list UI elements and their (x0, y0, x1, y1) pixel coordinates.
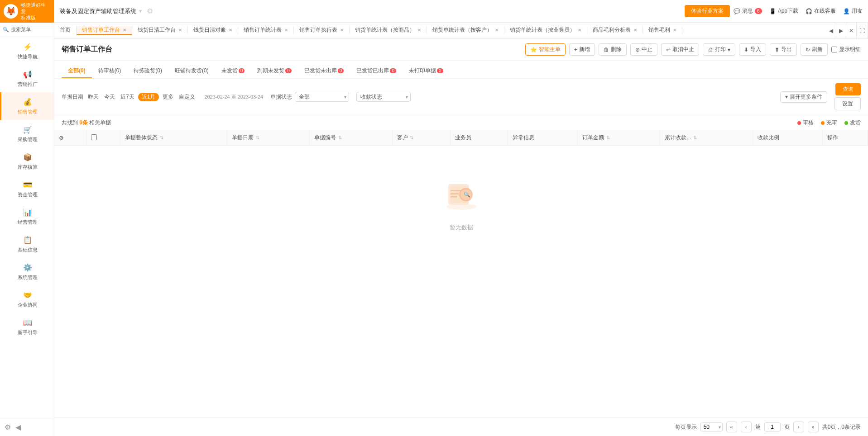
date-opt-更多[interactable]: 更多 (161, 92, 175, 102)
tab-sales-sum-customer[interactable]: 销货单统计表（按客户）✕ (427, 26, 504, 34)
col-header-number[interactable]: 单据编号 ⇅ (310, 130, 392, 146)
tab-fullscreen[interactable]: ⛶ (857, 23, 868, 38)
sub-tab-overdue-deliver[interactable]: 到期未发货0 (251, 64, 298, 78)
sidebar-item-marketing[interactable]: 📢 营销推广 (0, 65, 54, 92)
tab-cash-daily[interactable]: 钱货日清工作台✕ (132, 26, 188, 34)
sub-tab-not-delivered[interactable]: 未发货0 (215, 64, 251, 78)
first-page-button[interactable]: « (726, 422, 737, 432)
sidebar-search[interactable]: 🔍 搜索菜单 (0, 23, 54, 37)
filter-btns: 查询 设置 (834, 83, 861, 110)
nav-icon-operations: 📊 (23, 207, 33, 217)
set-button[interactable]: 设置 (834, 97, 861, 110)
user-action[interactable]: 👤 用友 (843, 7, 863, 15)
cancel-stop-button[interactable]: ↩ 取消中止 (661, 43, 699, 56)
show-detail-checkbox[interactable] (831, 47, 837, 52)
date-opt-昨天[interactable]: 昨天 (86, 92, 101, 102)
tab-sales-profit[interactable]: 销售毛利✕ (643, 26, 682, 34)
tab-sales-sum-product[interactable]: 销货单统计表（按商品）✕ (350, 26, 427, 34)
prev-page-button[interactable]: ‹ (741, 422, 752, 432)
settings-col-icon[interactable]: ⚙ (59, 135, 64, 141)
stats-action-cancel-audit[interactable]: 充审 (821, 119, 837, 127)
tab-close-sales-stat[interactable]: ✕ (284, 28, 288, 33)
page-number-input[interactable] (764, 422, 781, 431)
sidebar-item-sales[interactable]: 💰 销售管理 (0, 92, 54, 120)
refresh-button[interactable]: ↻ 刷新 (801, 43, 828, 56)
message-action[interactable]: 💬 消息 6 (734, 7, 762, 15)
collapse-icon[interactable]: ◀ (15, 423, 21, 431)
tab-sales-exec[interactable]: 销售订单执行表✕ (294, 26, 350, 34)
date-opt-今天[interactable]: 今天 (102, 92, 117, 102)
tab-close-cash-reconcile[interactable]: ✕ (229, 28, 232, 33)
export-button[interactable]: ⬆ 导出 (770, 43, 797, 56)
settings-gear-icon[interactable]: ⚙ (147, 7, 153, 15)
tab-sales-order[interactable]: 销售订单工作台✕ (77, 26, 132, 35)
tab-close-sales-exec[interactable]: ✕ (340, 28, 344, 33)
sidebar-item-operations[interactable]: 📊 经营管理 (0, 203, 54, 230)
tab-label-sales-profit: 销售毛利 (648, 26, 670, 34)
import-button[interactable]: ⬇ 导入 (739, 43, 766, 56)
solution-button[interactable]: 体验行业方案 (685, 5, 730, 17)
tab-cash-reconcile[interactable]: 钱货日清对账✕ (188, 26, 238, 34)
stop-button[interactable]: ⊘ 中止 (630, 43, 657, 56)
tab-sales-sum-staff[interactable]: 销货单统计表（按业务员）✕ (504, 26, 587, 34)
sub-tab-all[interactable]: 全部(0) (62, 64, 92, 78)
subtab-badge-overdue-deliver: 0 (285, 68, 292, 73)
next-page-button[interactable]: › (793, 422, 804, 432)
tab-close-sales-order[interactable]: ✕ (123, 28, 126, 33)
app-download-action[interactable]: 📱 App下载 (769, 7, 798, 15)
sidebar-item-system[interactable]: ⚙️ 系统管理 (0, 258, 54, 285)
expand-filter-button[interactable]: ▾ 展开更多条件 (780, 91, 827, 103)
sidebar-item-base-info[interactable]: 📋 基础信息 (0, 230, 54, 258)
col-header-status[interactable]: 单据整体状态 ⇅ (120, 130, 227, 146)
last-page-button[interactable]: » (808, 422, 819, 432)
show-detail-label[interactable]: 显示明细 (831, 46, 861, 53)
tab-label-cash-daily: 钱货日清工作台 (138, 26, 176, 34)
tab-nav-prev[interactable]: ◀ (826, 23, 836, 38)
sidebar-item-finance[interactable]: 💳 资金管理 (0, 175, 54, 203)
smart-create-button[interactable]: ⭐ 智能生单 (525, 43, 566, 56)
tab-close-cash-daily[interactable]: ✕ (178, 28, 182, 33)
sub-tab-pending-inspect[interactable]: 待拣验货(0) (127, 64, 168, 78)
tab-close-margin-analysis[interactable]: ✕ (633, 28, 637, 33)
sidebar-item-quick-nav[interactable]: ⚡ 快捷导航 (0, 37, 54, 65)
date-opt-近7天[interactable]: 近7天 (119, 92, 136, 102)
date-opt-自定义[interactable]: 自定义 (177, 92, 197, 102)
tab-sales-stat[interactable]: 销售订单统计表✕ (238, 26, 294, 34)
status-select[interactable]: 全部 (295, 92, 349, 102)
col-header-date[interactable]: 单据日期 ⇅ (227, 130, 310, 146)
tab-close-sales-sum-staff[interactable]: ✕ (578, 28, 581, 33)
col-header-customer[interactable]: 客户 ⇅ (392, 130, 451, 146)
sub-tab-pending-audit[interactable]: 待审核(0) (92, 64, 128, 78)
online-service-action[interactable]: 🎧 在线客服 (806, 7, 836, 15)
payment-select[interactable]: 收款状态 (356, 92, 411, 102)
sidebar-item-guide[interactable]: 📖 新手引导 (0, 313, 54, 341)
sub-tab-not-printed[interactable]: 未打印单据0 (403, 64, 450, 78)
page-size-select[interactable]: 102050100 (700, 422, 723, 431)
stats-action-audit[interactable]: 审核 (797, 119, 814, 127)
tab-close-all[interactable]: ✕ (846, 23, 857, 38)
tab-nav-next[interactable]: ▶ (836, 23, 846, 38)
col-header-collected[interactable]: 累计收款... ⇅ (660, 130, 753, 146)
print-button[interactable]: 🖨 打印 ▾ (703, 43, 735, 56)
date-opt-近1月[interactable]: 近1月 (138, 93, 159, 101)
col-header-amount[interactable]: 订单金额 ⇅ (578, 130, 660, 146)
subtab-badge-not-printed: 0 (437, 68, 443, 73)
sub-tab-delivered-out[interactable]: 已发货已出库0 (350, 64, 403, 78)
stats-action-deliver[interactable]: 发货 (844, 119, 861, 127)
tab-close-sales-profit[interactable]: ✕ (673, 28, 676, 33)
sidebar-item-purchase[interactable]: 🛒 采购管理 (0, 120, 54, 147)
add-button[interactable]: + 新增 (569, 43, 595, 56)
tab-margin-analysis[interactable]: 商品毛利分析表✕ (587, 26, 643, 34)
select-all-checkbox[interactable] (91, 134, 97, 140)
tab-close-sales-sum-customer[interactable]: ✕ (495, 28, 499, 33)
delete-button[interactable]: 🗑 删除 (599, 43, 627, 56)
tab-close-sales-sum-product[interactable]: ✕ (417, 28, 421, 33)
sidebar-item-inventory[interactable]: 📦 库存核算 (0, 147, 54, 175)
tab-label-sales-order: 销售订单工作台 (82, 26, 120, 34)
query-button[interactable]: 查询 (835, 83, 861, 95)
settings-icon[interactable]: ⚙ (5, 423, 11, 431)
tab-home[interactable]: 首页 (54, 26, 77, 34)
sub-tab-delivered-not-out[interactable]: 已发货未出库0 (298, 64, 350, 78)
sidebar-item-cooperation[interactable]: 🤝 企业协同 (0, 285, 54, 313)
sub-tab-wangpu-deliver[interactable]: 旺铺待发货(0) (168, 64, 215, 78)
